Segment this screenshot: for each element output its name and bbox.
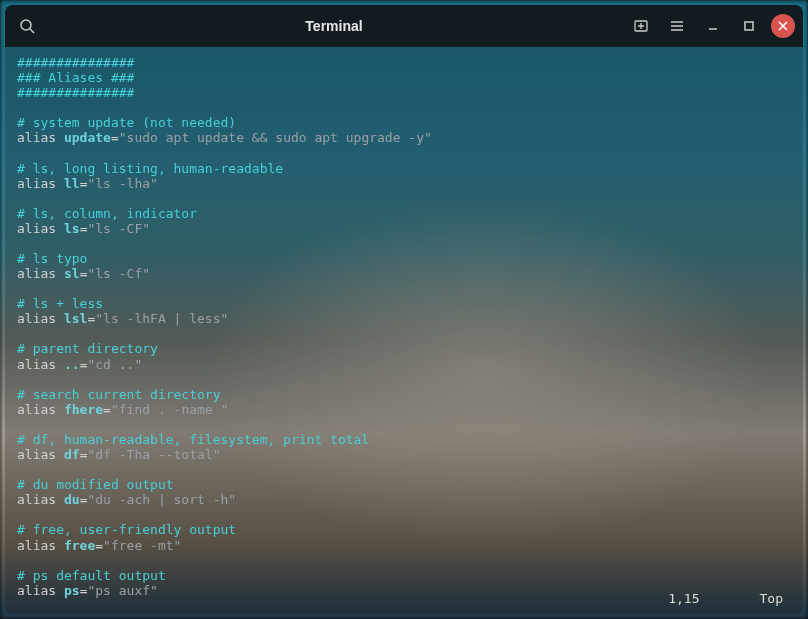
code-line [17,145,791,160]
code-line: alias df="df -Tha --total" [17,447,791,462]
new-tab-icon[interactable] [627,12,655,40]
search-icon[interactable] [13,12,41,40]
code-line: # system update (not needed) [17,115,791,130]
code-line: # df, human-readable, filesystem, print … [17,432,791,447]
alias-name: du [64,492,80,507]
window-title: Terminal [49,18,619,34]
code-line [17,236,791,251]
cursor-position: 1,15 [668,591,699,606]
terminal-content[interactable]: ################## Aliases #############… [5,47,803,614]
code-line [17,417,791,432]
code-line: alias update="sudo apt update && sudo ap… [17,130,791,145]
status-bar: 1,15 Top [5,591,803,606]
alias-keyword: alias [17,311,64,326]
comment-text: # ls typo [17,251,87,266]
code-line: # ps default output [17,568,791,583]
alias-value: "find . -name " [111,402,228,417]
alias-keyword: alias [17,357,64,372]
svg-rect-9 [745,22,753,30]
comment-text: # parent directory [17,341,158,356]
code-line [17,326,791,341]
code-line: alias ..="cd .." [17,357,791,372]
alias-name: free [64,538,95,553]
alias-keyword: alias [17,221,64,236]
alias-name: ll [64,176,80,191]
code-line: ############### [17,85,791,100]
alias-value: "ls -CF" [87,221,150,236]
code-line: alias fhere="find . -name " [17,402,791,417]
comment-text: # ls, long listing, human-readable [17,161,283,176]
code-line: # parent directory [17,341,791,356]
alias-name: ls [64,221,80,236]
code-line: alias free="free -mt" [17,538,791,553]
alias-value: "cd .." [87,357,142,372]
alias-keyword: alias [17,402,64,417]
minimize-icon[interactable] [699,12,727,40]
code-line: # du modified output [17,477,791,492]
alias-value: "ls -lha" [87,176,157,191]
equals-sign: = [111,130,119,145]
svg-line-1 [30,29,34,33]
code-line [17,191,791,206]
alias-value: "free -mt" [103,538,181,553]
terminal-window: Terminal ################## Aliases ####… [5,5,803,614]
alias-name: update [64,130,111,145]
alias-value: "ls -lhFA | less" [95,311,228,326]
code-line [17,372,791,387]
maximize-icon[interactable] [735,12,763,40]
code-line: ############### [17,55,791,70]
alias-value: "df -Tha --total" [87,447,220,462]
comment-text: ############### [17,85,134,100]
code-line: # ls, long listing, human-readable [17,161,791,176]
titlebar: Terminal [5,5,803,47]
equals-sign: = [103,402,111,417]
code-line: alias sl="ls -Cf" [17,266,791,281]
code-line: alias ll="ls -lha" [17,176,791,191]
close-icon[interactable] [771,14,795,38]
code-line [17,553,791,568]
code-line [17,100,791,115]
comment-text: # system update (not needed) [17,115,236,130]
equals-sign: = [95,538,103,553]
alias-name: df [64,447,80,462]
alias-keyword: alias [17,176,64,191]
comment-text: # ls + less [17,296,103,311]
alias-keyword: alias [17,130,64,145]
alias-name: fhere [64,402,103,417]
code-line: # ls, column, indicator [17,206,791,221]
code-line: # ls + less [17,296,791,311]
code-line: alias lsl="ls -lhFA | less" [17,311,791,326]
code-line: ### Aliases ### [17,70,791,85]
comment-text: # ps default output [17,568,166,583]
comment-text: # df, human-readable, filesystem, print … [17,432,369,447]
code-line [17,462,791,477]
comment-text: ### Aliases ### [17,70,134,85]
svg-point-0 [21,20,31,30]
comment-text: # free, user-friendly output [17,522,236,537]
code-line [17,507,791,522]
code-line [17,281,791,296]
comment-text: # ls, column, indicator [17,206,197,221]
alias-name: sl [64,266,80,281]
alias-keyword: alias [17,266,64,281]
alias-value: "sudo apt update && sudo apt upgrade -y" [119,130,432,145]
alias-keyword: alias [17,492,64,507]
code-line: # free, user-friendly output [17,522,791,537]
code-line: alias ls="ls -CF" [17,221,791,236]
alias-value: "ls -Cf" [87,266,150,281]
hamburger-icon[interactable] [663,12,691,40]
alias-keyword: alias [17,447,64,462]
comment-text: # search current directory [17,387,221,402]
alias-keyword: alias [17,538,64,553]
comment-text: # du modified output [17,477,174,492]
alias-value: "du -ach | sort -h" [87,492,236,507]
scroll-position: Top [760,591,783,606]
alias-name: lsl [64,311,87,326]
alias-name: .. [64,357,80,372]
code-line: # search current directory [17,387,791,402]
code-line: # ls typo [17,251,791,266]
comment-text: ############### [17,55,134,70]
code-line: alias du="du -ach | sort -h" [17,492,791,507]
